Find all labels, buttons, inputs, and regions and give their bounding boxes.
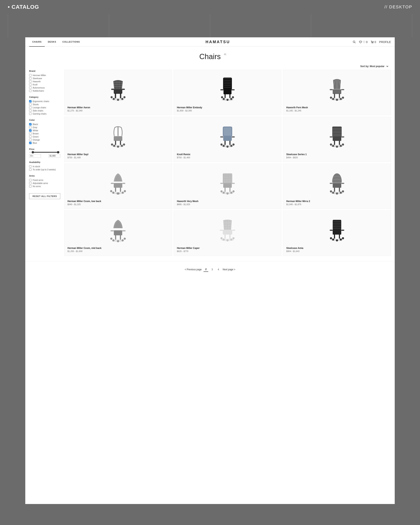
filter-item[interactable]: Gaming chairs [29,112,60,115]
filter-checkbox[interactable] [29,103,31,106]
price-thumb-left[interactable] [32,151,34,153]
filter-item[interactable]: Haworth [29,80,60,83]
svg-rect-39 [115,140,116,145]
search-icon[interactable] [353,40,356,44]
product-card[interactable]: Herman Miller Cosm, mid back$1,255 - $1,… [64,210,172,256]
product-card[interactable]: Herman Miller Mirra 2$1,045 - $1,875 [283,164,391,209]
svg-point-142 [342,237,344,239]
svg-point-43 [121,145,123,147]
nav-desks[interactable]: DESKS [45,37,59,47]
svg-rect-36 [330,89,333,90]
filter-label: Brown [33,132,39,135]
product-card[interactable]: Herman Miller Caper$625 - $770 [174,210,281,256]
product-card[interactable]: Herman Miller Sayl$750 - $1,400 [64,117,172,162]
filter-checkbox[interactable] [29,169,31,171]
filter-checkbox[interactable] [29,129,31,132]
filter-checkbox[interactable] [29,90,31,92]
filter-checkbox[interactable] [29,165,31,168]
product-card[interactable]: Haworth Very Mesh$885 - $1,025 [174,164,281,209]
filter-item[interactable]: Orange [29,138,60,141]
page-num-2[interactable]: 2 [204,267,208,272]
svg-rect-121 [114,230,122,235]
filter-item[interactable]: No arms [29,185,60,188]
filter-item[interactable]: Steelcase [29,77,60,80]
cart-icon[interactable]: 0 [371,40,376,44]
svg-rect-134 [232,230,235,231]
product-card[interactable]: Herman Miller Cosm, low back$940 - $1,32… [64,164,172,209]
grid-line [109,14,109,37]
filter-checkbox[interactable] [29,86,31,89]
price-slider[interactable] [29,152,60,153]
filter-checkbox[interactable] [29,182,31,184]
product-card[interactable]: Steelcase Amia$904 - $1,643 [283,210,391,256]
svg-rect-91 [224,187,226,192]
sort-select[interactable]: Sort by: Most popular Sort by: Price low… [360,65,389,68]
nav-chairs[interactable]: CHAIRS [29,37,45,47]
product-card[interactable]: Knoll Remix$750 - $1,400 [174,117,281,162]
price-max-input[interactable] [49,154,60,158]
svg-rect-101 [232,183,235,184]
product-card[interactable]: Steelcase Series 1$494 - $820 [283,117,391,162]
filter-checkbox[interactable] [29,126,31,129]
filter-item[interactable]: Blue [29,141,60,144]
filter-item[interactable]: In stock [29,165,60,168]
page-title: Chairs46 [199,53,221,61]
filter-item[interactable]: Brown [29,132,60,135]
filter-item[interactable]: Gray [29,126,60,129]
filter-checkbox[interactable] [29,80,31,83]
filter-checkbox[interactable] [29,132,31,135]
filter-item[interactable]: Herman Miller [29,74,60,77]
filter-item[interactable]: To order (up to 3 weeks) [29,168,60,171]
filter-checkbox[interactable] [29,112,31,115]
filter-checkbox[interactable] [29,142,31,144]
price-thumb-right[interactable] [57,151,59,153]
filter-checkbox[interactable] [29,110,31,112]
filter-checkbox[interactable] [29,74,31,76]
filter-checkbox[interactable] [29,106,31,109]
filter-checkbox[interactable] [29,84,31,86]
filter-checkbox[interactable] [29,185,31,188]
filter-item[interactable]: Noblechairs [29,89,60,92]
filter-item[interactable]: Green [29,135,60,138]
filter-item[interactable]: Side chairs [29,109,60,112]
filter-item[interactable]: Fixed arms [29,178,60,182]
reset-filters-button[interactable]: RESET ALL FILTERS [29,193,60,199]
wishlist-icon[interactable]: ♡ 0 [359,40,368,44]
product-name: Steelcase Series 1 [286,153,388,156]
filter-item[interactable]: Knoll [29,83,60,86]
nav-collections[interactable]: COLLECTIONS [59,37,83,47]
next-page-button[interactable]: Next page > [223,268,235,271]
product-card[interactable]: Herman Miller Aeron$1,275 - $2,340 [64,70,172,115]
svg-rect-13 [111,89,114,90]
product-card[interactable]: Herman Miller Embody$1,830 - $2,305 [174,70,281,115]
filter-checkbox[interactable] [29,139,31,141]
filter-color: Color BlackGrayWhiteBrownGreenOrangeBlue [29,119,60,144]
filter-item[interactable]: Stools [29,103,60,106]
filter-checkbox[interactable] [29,179,31,181]
product-card[interactable]: Haworth Fern Mesh$1,165 - $1,245 [283,70,391,115]
grid-line [311,14,311,37]
page-num-4[interactable]: 4 [216,267,221,272]
svg-point-120 [124,238,126,240]
filter-item[interactable]: White [29,129,60,132]
filter-checkbox[interactable] [29,77,31,80]
profile-link[interactable]: PROFILE [379,40,391,44]
svg-rect-151 [341,230,344,231]
filter-item[interactable]: Adjustable arms [29,182,60,185]
prev-page-button[interactable]: < Previous page [185,268,202,271]
svg-rect-57 [224,127,231,136]
filter-checkbox[interactable] [29,136,31,138]
filter-checkbox[interactable] [29,100,31,103]
filter-item[interactable]: Autonomous [29,86,60,89]
filter-item[interactable]: Lounge chairs [29,106,60,109]
svg-point-7 [113,98,115,100]
filter-item[interactable]: Black [29,123,60,126]
product-image [177,214,278,245]
price-min-input[interactable] [29,154,41,158]
filter-item[interactable]: Ergonomic chairs [29,100,60,103]
product-price: $1,275 - $2,340 [67,110,169,112]
filter-checkbox[interactable] [29,123,31,125]
svg-rect-92 [229,187,231,192]
page-num-3[interactable]: 3 [210,267,215,272]
filter-label: No arms [33,185,41,188]
